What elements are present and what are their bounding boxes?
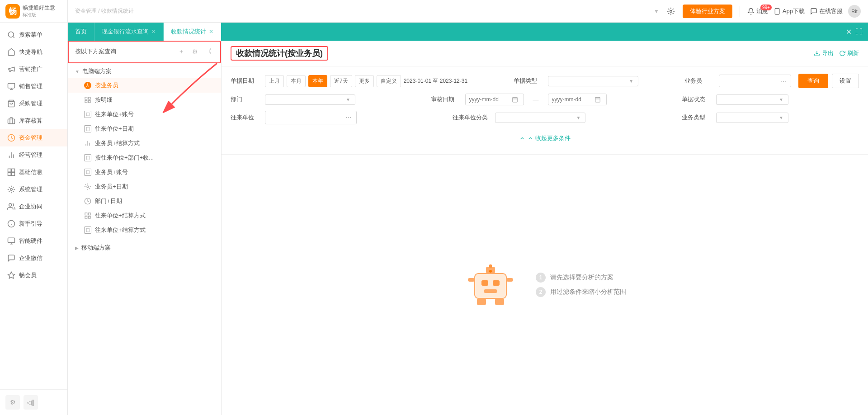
salesperson-select[interactable]: ··· (719, 75, 791, 87)
tree-item-salesperson-settle[interactable]: 业务员+结算方式 (68, 136, 221, 151)
biztype-dropdown-arrow: ▼ (779, 115, 783, 120)
sidebar-item-search[interactable]: 搜索菜单 (0, 26, 67, 43)
tree-item-partner-settle1[interactable]: 往来单位+结算方式 (68, 208, 221, 223)
sidebar-item-marketing[interactable]: 营销推广 (0, 61, 67, 78)
tree-item-salesperson-date[interactable]: 业务员+日期 (68, 179, 221, 194)
tree-item-salesperson-account[interactable]: 囗 业务员+账号 (68, 165, 221, 179)
date-btn-lastmonth[interactable]: 上月 (265, 75, 284, 87)
window-close-btn[interactable]: ✕ (846, 28, 852, 36)
tree-item-partner-dept[interactable]: 囗 按往来单位+部门+收... (68, 151, 221, 165)
filter-row-3: 往来单位 ··· 往来单位分类 ▼ 业务类型 (231, 111, 859, 124)
tree-item-partner-account[interactable]: 囗 往来单位+账号 (68, 107, 221, 122)
logo-text: 畅捷通好生意 标准版 (23, 5, 55, 18)
salesperson-more-icon: ··· (781, 77, 786, 85)
dept-label: 部门 (231, 95, 258, 104)
sidebar-item-inventory[interactable]: 库存核算 (0, 112, 67, 129)
doctype-select[interactable]: ▼ (548, 76, 638, 86)
tab-close-bank-flow[interactable]: ✕ (151, 28, 156, 35)
tree-item-partner-date[interactable]: 囗 往来单位+日期 (68, 122, 221, 136)
tree-item-partner-settle2[interactable]: 囗 往来单位+结算方式 (68, 223, 221, 237)
salesperson-icon: 人 (84, 82, 91, 89)
export-btn[interactable]: 导出 (814, 49, 834, 57)
partner-select[interactable]: ··· (265, 111, 357, 124)
tree-parent-mobile[interactable]: ▶ 移动端方案 (68, 241, 221, 255)
guide-icon (7, 220, 15, 228)
member-icon (7, 271, 15, 279)
filter-settings-btn[interactable]: 设置 (832, 74, 859, 88)
base-icon (7, 168, 15, 176)
date-btn-thisyear[interactable]: 本年 (308, 75, 327, 87)
refresh-icon (839, 50, 845, 57)
review-end-field[interactable] (552, 96, 593, 103)
date-btn-more[interactable]: 更多 (355, 75, 374, 87)
sidebar-item-sales[interactable]: 销售管理 (0, 78, 67, 95)
date-btn-7days[interactable]: 近7天 (330, 75, 352, 87)
review-date-start-input[interactable] (465, 94, 524, 105)
tab-home[interactable]: 首页 (68, 23, 94, 41)
topbar: 资金管理 / 收款情况统计 ▼ 体验行业方案 消息 99+ App下载 在线客服 (68, 0, 868, 23)
svg-rect-21 (85, 100, 87, 103)
message-btn[interactable]: 消息 99+ (747, 7, 768, 15)
review-start-field[interactable] (469, 96, 510, 103)
tab-close-collection[interactable]: ✕ (209, 28, 213, 35)
scheme-settings-btn[interactable]: ⚙ (189, 46, 200, 57)
sidebar-item-guide[interactable]: 新手引导 (0, 215, 67, 232)
sidebar-item-capital[interactable]: 资金管理 (0, 129, 67, 146)
sidebar-item-system[interactable]: 系统管理 (0, 181, 67, 198)
sidebar-item-enterprise[interactable]: 企业协同 (0, 198, 67, 215)
trial-btn[interactable]: 体验行业方案 (683, 5, 732, 18)
svg-rect-28 (85, 213, 87, 215)
app-download-btn[interactable]: App下载 (774, 7, 805, 15)
tab-bank-flow[interactable]: 现金银行流水查询 ✕ (94, 23, 164, 41)
collapse-panel-btn[interactable]: 《 (203, 46, 214, 57)
user-avatar[interactable]: Rit (848, 5, 861, 18)
collapse-bar[interactable]: 收起更多条件 (231, 130, 859, 147)
topbar-settings-btn[interactable] (665, 5, 677, 18)
breadcrumb-dropdown[interactable]: ▼ (654, 8, 659, 14)
page-header: 收款情况统计(按业务员) 导出 刷新 (222, 41, 868, 66)
tree-item-details[interactable]: 按明细 (68, 93, 221, 107)
empty-state: 1 请先选择要分析的方案 2 用过滤条件来缩小分析范围 (463, 258, 626, 312)
svg-rect-2 (8, 119, 15, 124)
partner-settle2-icon: 囗 (84, 226, 91, 234)
sidebar-item-purchase[interactable]: 采购管理 (0, 95, 67, 112)
tree-section-mobile: ▶ 移动端方案 (68, 239, 221, 256)
sidebar-footer: ⚙ ◁∥ (0, 389, 67, 415)
sidebar-item-member[interactable]: 畅会员 (0, 267, 67, 284)
sidebar-collapse-btn[interactable]: ◁∥ (24, 395, 38, 410)
svg-point-51 (489, 270, 492, 273)
svg-rect-8 (12, 169, 15, 172)
tab-collection[interactable]: 收款情况统计 ✕ (164, 23, 221, 41)
tree-parent-desktop[interactable]: ▼ 电脑端方案 (68, 65, 221, 78)
docstatus-select[interactable]: ▼ (716, 94, 788, 105)
date-label: 单据日期 (231, 77, 258, 85)
window-maximize-btn[interactable]: ⛶ (855, 28, 863, 36)
operation-icon (7, 151, 15, 159)
query-btn[interactable]: 查询 (798, 74, 828, 88)
dept-dropdown-arrow: ▼ (346, 97, 350, 102)
svg-point-12 (9, 203, 12, 206)
sidebar-settings-btn[interactable]: ⚙ (5, 395, 20, 410)
tree-item-dept-date[interactable]: 部门+日期 (68, 194, 221, 208)
sidebar-item-smarthw[interactable]: 智能硬件 (0, 232, 67, 250)
refresh-btn[interactable]: 刷新 (839, 49, 859, 57)
sidebar-item-quicknav[interactable]: 快捷导航 (0, 43, 67, 61)
biztype-select[interactable]: ▼ (716, 113, 788, 123)
review-date-end-input[interactable] (548, 94, 607, 105)
docstatus-label: 单据状态 (682, 95, 709, 104)
sidebar-item-operation[interactable]: 经营管理 (0, 146, 67, 164)
sidebar-item-base[interactable]: 基础信息 (0, 164, 67, 181)
date-btn-thismonth[interactable]: 本月 (287, 75, 306, 87)
svg-rect-1 (8, 83, 15, 88)
sidebar: 畅 畅捷通好生意 标准版 搜索菜单 快捷导航 营销推广 销售管理 (0, 0, 68, 415)
add-scheme-btn[interactable]: + (176, 46, 187, 57)
dept-select[interactable]: ▼ (265, 94, 355, 105)
date-btn-custom[interactable]: 自定义 (377, 75, 401, 87)
svg-rect-14 (8, 238, 15, 243)
tree-item-salesperson[interactable]: 人 按业务员 (68, 78, 221, 93)
service-btn[interactable]: 在线客服 (810, 7, 843, 15)
partner-category-select[interactable]: ▼ (495, 113, 585, 123)
sidebar-item-wechat[interactable]: 企业微信 (0, 250, 67, 267)
svg-rect-49 (477, 298, 486, 305)
date-separator: — (531, 96, 541, 103)
